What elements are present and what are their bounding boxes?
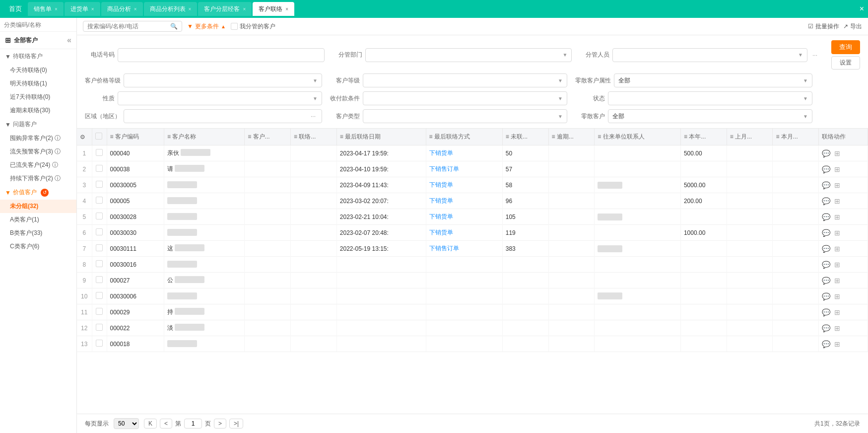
contact-action-icon[interactable]: 💬 [822,340,830,348]
close-tab-purchase-order[interactable]: × [91,6,94,12]
adv-select-dept[interactable]: ▼ [365,48,572,62]
adv-select-nature[interactable]: ▼ [118,91,322,105]
sidebar-item-tomorrow[interactable]: 明天待联络(1) [0,77,76,90]
last-contact-method-cell[interactable]: 下销货单 [426,225,502,241]
sidebar-item-overdue[interactable]: 逾期未联络(30) [0,104,76,117]
sidebar-item-churned[interactable]: 已流失客户(24) ⓘ [0,158,76,172]
search-icon[interactable]: 🔍 [170,23,178,30]
contact-action-icon[interactable]: 💬 [822,292,830,300]
contact-action-icon[interactable]: 💬 [822,245,830,253]
tab-product-analysis-list[interactable]: 商品分析列表 × [144,2,198,16]
link-text[interactable]: 下销货单 [429,197,453,204]
grid-action-icon[interactable]: ⊞ [834,261,840,269]
sidebar-item-class-a[interactable]: A类客户(1) [0,213,76,226]
tab-product-analysis[interactable]: 商品分析 × [101,2,143,16]
grid-action-icon[interactable]: ⊞ [834,197,840,205]
tab-purchase-order[interactable]: 进货单 × [65,2,100,16]
grid-action-icon[interactable]: ⊞ [834,340,840,348]
last-contact-method-cell[interactable]: 下销货单 [426,177,502,193]
next-page-btn[interactable]: > [214,419,226,429]
checkbox-icon[interactable] [231,23,238,30]
grid-action-icon[interactable]: ⊞ [834,213,840,221]
per-page-select[interactable]: 50 100 200 [114,418,139,429]
query-button[interactable]: 查询 [831,40,860,54]
row-checkbox[interactable] [92,161,107,177]
grid-action-icon[interactable]: ⊞ [834,165,840,173]
adv-select-status[interactable]: ▼ [608,91,812,105]
global-close-button[interactable]: × [860,4,864,13]
select-all-checkbox[interactable] [95,133,102,140]
row-checkbox[interactable] [92,289,107,304]
close-tab-product-analysis[interactable]: × [134,6,137,12]
tab-sales-order[interactable]: 销售单 × [28,2,64,16]
first-page-btn[interactable]: K [144,419,157,429]
search-input[interactable] [87,23,168,30]
sidebar-item-declining[interactable]: 持续下滑客户(2) ⓘ [0,172,76,185]
adv-select-customer-type[interactable]: ▼ [363,109,567,123]
link-text[interactable]: 下销货单 [429,213,453,220]
tab-customer-segment[interactable]: 客户分层经客 × [198,2,252,16]
link-text[interactable]: 下销售订单 [429,245,459,252]
adv-select-price-level[interactable]: ▼ [124,73,322,87]
grid-action-icon[interactable]: ⊞ [834,277,840,285]
link-text[interactable]: 下销货单 [429,229,453,236]
table-settings-icon[interactable]: ⚙ [80,134,85,141]
link-text[interactable]: 下销货单 [429,181,453,188]
contact-action-icon[interactable]: 💬 [822,149,830,157]
grid-action-icon[interactable]: ⊞ [834,229,840,237]
prev-page-btn[interactable]: < [160,419,172,429]
contact-action-icon[interactable]: 💬 [822,277,830,285]
grid-action-icon[interactable]: ⊞ [834,245,840,253]
contact-action-icon[interactable]: 💬 [822,181,830,189]
last-page-btn[interactable]: >| [229,419,243,429]
adv-select-customer-level[interactable]: ▼ [363,73,567,87]
row-checkbox[interactable] [92,257,107,273]
close-tab-customer-segment[interactable]: × [243,6,246,12]
row-checkbox[interactable] [92,304,107,320]
export-btn[interactable]: ↗ 导出 [843,22,862,31]
more-conditions-btn[interactable]: ▼ 更多条件 ▲ [187,22,226,31]
my-customers-checkbox[interactable]: 我分管的客户 [231,22,275,31]
grid-action-icon[interactable]: ⊞ [834,308,840,316]
adv-select-scatter-attr[interactable]: 全部 ▼ [614,73,812,87]
sidebar-item-today[interactable]: 今天待联络(0) [0,64,76,77]
sidebar-section-pending[interactable]: ▼ 待联络客户 [0,49,76,64]
contact-action-icon[interactable]: 💬 [822,165,830,173]
tab-customer-contact[interactable]: 客户联络 × [253,2,294,16]
adv-select-scatter-customer[interactable]: 全部 ▼ [608,109,812,123]
row-checkbox[interactable] [92,177,107,193]
last-contact-method-cell[interactable]: 下销货单 [426,193,502,209]
sidebar-item-7days[interactable]: 近7天待联络(0) [0,90,76,104]
sidebar-collapse-btn[interactable]: « [67,36,71,45]
link-text[interactable]: 下销货单 [429,149,453,156]
adv-select-region[interactable]: ··· [124,109,322,123]
sidebar-item-churn-warning[interactable]: 流失预警客户(3) ⓘ [0,145,76,158]
sidebar-item-hoarding[interactable]: 囤购异常客户(2) ⓘ [0,132,76,145]
close-tab-sales-order[interactable]: × [55,6,58,12]
region-more-btn[interactable]: ··· [309,113,318,120]
reset-button[interactable]: 设置 [831,56,860,70]
grid-action-icon[interactable]: ⊞ [834,149,840,157]
sidebar-section-value[interactable]: ▼ 价值客户 ↺ [0,185,76,200]
grid-action-icon[interactable]: ⊞ [834,292,840,300]
last-contact-method-cell[interactable]: 下销售订单 [426,161,502,177]
row-checkbox[interactable] [92,336,107,352]
sidebar-section-problem[interactable]: ▼ 问题客户 [0,117,76,132]
adv-input-phone[interactable] [118,48,325,62]
sidebar-item-class-b[interactable]: B类客户(33) [0,226,76,240]
batch-ops-btn[interactable]: ☑ 批量操作 [808,22,839,31]
contact-action-icon[interactable]: 💬 [822,324,830,332]
row-checkbox[interactable] [92,273,107,289]
row-checkbox[interactable] [92,241,107,257]
close-tab-product-analysis-list[interactable]: × [189,6,192,12]
link-text[interactable]: 下销售订单 [429,165,459,172]
grid-action-icon[interactable]: ⊞ [834,324,840,332]
last-contact-method-cell[interactable]: 下销售订单 [426,241,502,257]
contact-action-icon[interactable]: 💬 [822,308,830,316]
manager-more-btn[interactable]: ··· [810,52,819,59]
contact-action-icon[interactable]: 💬 [822,213,830,221]
grid-action-icon[interactable]: ⊞ [834,181,840,189]
adv-select-payment[interactable]: ▼ [363,91,567,105]
contact-action-icon[interactable]: 💬 [822,229,830,237]
row-checkbox[interactable] [92,320,107,336]
